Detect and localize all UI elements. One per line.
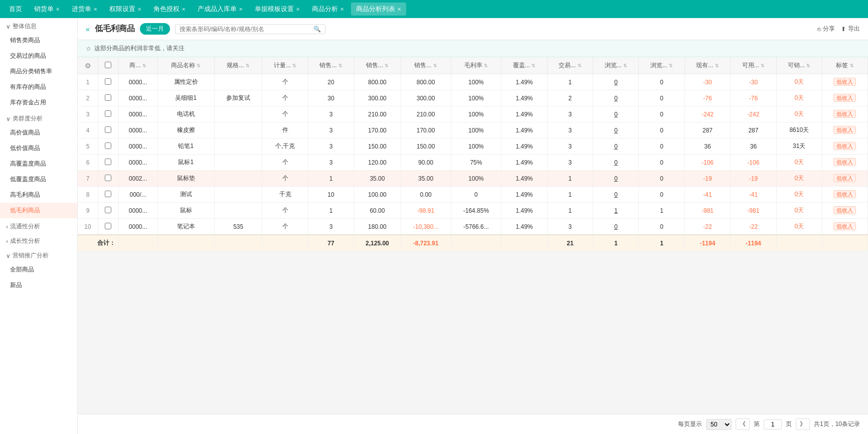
- col-view1[interactable]: 浏览... ⇅: [593, 57, 639, 74]
- nav-sales[interactable]: 销货单 ✕: [29, 3, 65, 16]
- col-trade-count[interactable]: 交易... ⇅: [547, 57, 593, 74]
- col-checkbox[interactable]: [98, 57, 119, 74]
- col-name[interactable]: 商品名称 ⇅: [157, 57, 214, 74]
- nav-sales-close[interactable]: ✕: [56, 7, 60, 12]
- nav-purchase-close[interactable]: ✕: [93, 7, 97, 12]
- sidebar-item-category-rate[interactable]: 商品分类销售率: [0, 64, 77, 79]
- cell-view1[interactable]: 0: [593, 74, 639, 90]
- sidebar-item-new-goods[interactable]: 新品: [0, 277, 77, 293]
- sidebar-item-low-value[interactable]: 低价值商品: [0, 140, 77, 156]
- search-icon[interactable]: 🔍: [313, 26, 321, 33]
- share-button[interactable]: ⎋ 分享: [817, 25, 835, 33]
- col-view2[interactable]: 浏览... ⇅: [639, 57, 684, 74]
- nav-role-close[interactable]: ✕: [182, 7, 186, 12]
- col-spec[interactable]: 规格... ⇅: [214, 57, 262, 74]
- totals-spacer2: [157, 235, 214, 251]
- nav-product-in-close[interactable]: ✕: [239, 7, 243, 12]
- sidebar-item-low-gross[interactable]: 低毛利商品: [0, 203, 77, 218]
- sidebar-group-growth[interactable]: › 成长性分析: [0, 233, 77, 247]
- sidebar-item-low-coverage[interactable]: 低覆盖度商品: [0, 172, 77, 187]
- sidebar-item-high-coverage[interactable]: 高覆盖度商品: [0, 156, 77, 172]
- sidebar-item-stock-goods[interactable]: 有库存的商品: [0, 79, 77, 95]
- cell-gross-rate: 100%: [451, 106, 501, 122]
- export-button[interactable]: ⬆ 导出: [841, 25, 860, 33]
- cell-current-stock: -106: [684, 155, 730, 171]
- row-checkbox[interactable]: [105, 175, 111, 181]
- page-number-input[interactable]: [764, 419, 782, 429]
- col-unit[interactable]: 计量... ⇅: [262, 57, 308, 74]
- sidebar-group-marketing[interactable]: ∨ 营销推广分析: [0, 247, 77, 262]
- col-sales-qty[interactable]: 销售... ⇅: [308, 57, 354, 74]
- col-tag[interactable]: 标签 ⇅: [822, 57, 867, 74]
- select-all-checkbox[interactable]: [105, 62, 111, 68]
- sidebar-collapse-icon[interactable]: «: [86, 25, 90, 33]
- row-checkbox[interactable]: [105, 94, 111, 101]
- col-coverage[interactable]: 覆盖... ⇅: [501, 57, 547, 74]
- cell-view1[interactable]: 0: [593, 106, 639, 122]
- row-checkbox[interactable]: [105, 142, 111, 149]
- prev-page-button[interactable]: 《: [736, 418, 750, 430]
- sidebar-item-high-gross[interactable]: 高毛利商品: [0, 187, 77, 203]
- sidebar-item-all-goods[interactable]: 全部商品: [0, 262, 77, 277]
- nav-purchase[interactable]: 进货单 ✕: [67, 3, 102, 16]
- nav-analysis-list[interactable]: 商品分析列表 ✕: [351, 3, 406, 16]
- cell-checkbox[interactable]: [98, 74, 119, 90]
- nav-permission[interactable]: 权限设置 ✕: [104, 3, 146, 16]
- row-checkbox[interactable]: [105, 223, 111, 229]
- nav-template-close[interactable]: ✕: [296, 7, 300, 12]
- nav-product-analysis-close[interactable]: ✕: [340, 7, 344, 12]
- filter-recent-month-button[interactable]: 近一月: [140, 23, 170, 35]
- cell-checkbox[interactable]: [98, 171, 119, 187]
- cell-checkbox[interactable]: [98, 187, 119, 203]
- cell-view1[interactable]: 0: [593, 171, 639, 187]
- nav-analysis-list-close[interactable]: ✕: [397, 7, 401, 12]
- cell-view1[interactable]: 0: [593, 122, 639, 138]
- col-gross-rate[interactable]: 毛利率 ⇅: [451, 57, 501, 74]
- col-sales-amount[interactable]: 销售... ⇅: [401, 57, 451, 74]
- cell-checkbox[interactable]: [98, 155, 119, 171]
- next-page-button[interactable]: 》: [796, 418, 810, 430]
- settings-icon[interactable]: ⚙: [85, 62, 91, 70]
- row-checkbox[interactable]: [105, 159, 111, 165]
- cell-checkbox[interactable]: [98, 106, 119, 122]
- cell-view1[interactable]: 0: [593, 138, 639, 155]
- sidebar-item-sales-goods[interactable]: 销售类商品: [0, 33, 77, 48]
- table-container[interactable]: ⚙ 商... ⇅ 商品名称 ⇅ 规格... ⇅ 计量... ⇅ 销售... ⇅ …: [78, 57, 868, 414]
- sidebar-group-circulation[interactable]: › 流通性分析: [0, 218, 77, 233]
- row-checkbox[interactable]: [105, 207, 111, 213]
- row-checkbox[interactable]: [105, 78, 111, 85]
- nav-permission-close[interactable]: ✕: [137, 7, 141, 12]
- col-sales-price[interactable]: 销售... ⇅: [354, 57, 401, 74]
- sidebar-group-overall[interactable]: ∨ 整体信息: [0, 18, 77, 33]
- sidebar-item-traded-goods[interactable]: 交易过的商品: [0, 48, 77, 64]
- cell-view1[interactable]: 0: [593, 155, 639, 171]
- col-current-stock[interactable]: 现有... ⇅: [684, 57, 730, 74]
- nav-product-analysis[interactable]: 商品分析 ✕: [307, 3, 349, 16]
- nav-product-in[interactable]: 产成品入库单 ✕: [193, 3, 248, 16]
- cell-checkbox[interactable]: [98, 122, 119, 138]
- cell-code: 0000...: [118, 203, 157, 219]
- cell-checkbox[interactable]: [98, 90, 119, 106]
- col-sellable-days[interactable]: 可销... ⇅: [776, 57, 822, 74]
- col-available-stock[interactable]: 可用... ⇅: [731, 57, 776, 74]
- sidebar-item-high-value[interactable]: 高价值商品: [0, 125, 77, 140]
- nav-role[interactable]: 角色授权 ✕: [148, 3, 191, 16]
- sidebar-group-cluster[interactable]: ∨ 类群度分析: [0, 110, 77, 125]
- nav-home[interactable]: 首页: [4, 3, 27, 16]
- cell-view1[interactable]: 0: [593, 187, 639, 203]
- col-code[interactable]: 商... ⇅: [118, 57, 157, 74]
- row-checkbox[interactable]: [105, 110, 111, 117]
- row-checkbox[interactable]: [105, 126, 111, 133]
- col-gear[interactable]: ⚙: [78, 57, 98, 74]
- sidebar-item-capital-occupy[interactable]: 库存资金占用: [0, 95, 77, 110]
- cell-checkbox[interactable]: [98, 219, 119, 235]
- cell-view1[interactable]: 0: [593, 90, 639, 106]
- cell-checkbox[interactable]: [98, 138, 119, 155]
- search-input[interactable]: [180, 26, 313, 33]
- cell-view1[interactable]: 1: [593, 203, 639, 219]
- nav-template[interactable]: 单据模板设置 ✕: [250, 3, 305, 16]
- page-size-select[interactable]: 50 100 200: [706, 419, 732, 430]
- cell-checkbox[interactable]: [98, 203, 119, 219]
- row-checkbox[interactable]: [105, 191, 111, 197]
- cell-view1[interactable]: 0: [593, 219, 639, 235]
